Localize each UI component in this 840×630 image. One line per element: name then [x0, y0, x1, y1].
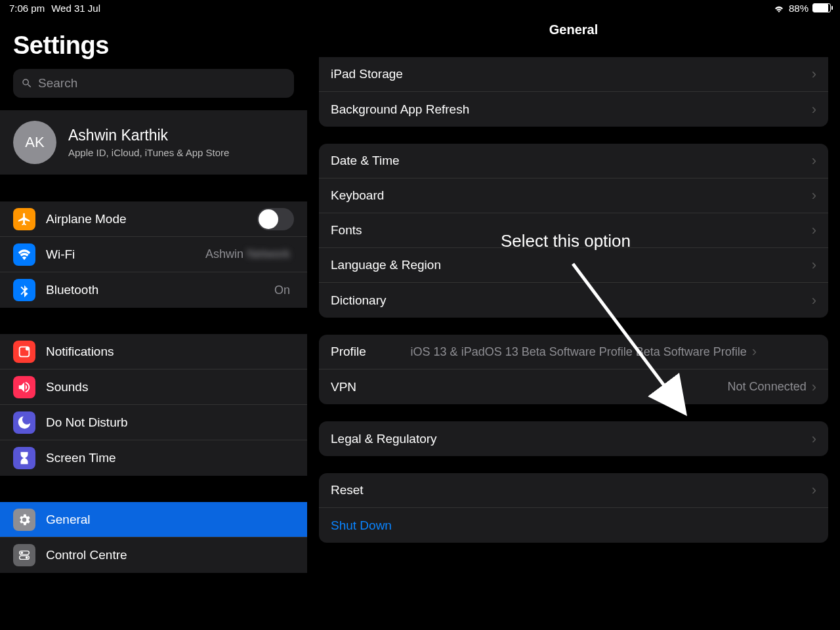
gear-icon: [13, 509, 35, 531]
toggles-icon: [13, 544, 35, 566]
chevron-right-icon: ›: [812, 66, 816, 83]
vpn-value: Not Connected: [728, 380, 807, 394]
profile-value: iOS 13 & iPadOS 13 Beta Software Profile…: [379, 345, 747, 359]
sidebar-item-label: General: [46, 513, 294, 527]
search-input[interactable]: Search: [13, 69, 294, 98]
row-legal[interactable]: Legal & Regulatory›: [319, 421, 828, 456]
sidebar-item-sounds[interactable]: Sounds: [0, 369, 307, 405]
bluetooth-icon: [13, 279, 35, 301]
chevron-right-icon: ›: [812, 257, 816, 274]
battery-icon: [812, 3, 831, 12]
row-vpn[interactable]: VPN Not Connected ›: [319, 369, 828, 404]
sidebar-item-screentime[interactable]: Screen Time: [0, 440, 307, 476]
search-placeholder: Search: [38, 76, 77, 91]
chevron-right-icon: ›: [812, 187, 816, 204]
row-date-time[interactable]: Date & Time›: [319, 144, 828, 178]
svg-point-1: [26, 346, 30, 350]
sidebar-item-notifications[interactable]: Notifications: [0, 334, 307, 369]
account-row[interactable]: AK Ashwin Karthik Apple ID, iCloud, iTun…: [0, 110, 307, 175]
sidebar-item-general[interactable]: General: [0, 502, 307, 537]
detail-title: General: [307, 14, 840, 57]
airplane-toggle[interactable]: [257, 208, 294, 230]
sidebar: Settings Search AK Ashwin Karthik Apple …: [0, 14, 307, 630]
wifi-settings-icon: [13, 243, 35, 266]
sidebar-item-bluetooth[interactable]: Bluetooth On: [0, 272, 307, 308]
chevron-right-icon: ›: [812, 222, 816, 239]
row-keyboard[interactable]: Keyboard›: [319, 178, 828, 213]
chevron-right-icon: ›: [812, 101, 816, 118]
airplane-icon: [13, 208, 35, 230]
battery-percent: 88%: [789, 3, 808, 14]
sidebar-item-label: Control Centre: [46, 548, 294, 562]
account-sub: Apple ID, iCloud, iTunes & App Store: [68, 147, 229, 158]
sidebar-item-label: Airplane Mode: [46, 212, 257, 226]
row-fonts[interactable]: Fonts›: [319, 213, 828, 248]
sounds-icon: [13, 376, 35, 398]
status-date: Wed 31 Jul: [51, 3, 100, 14]
sidebar-item-label: Wi-Fi: [46, 247, 205, 262]
row-dictionary[interactable]: Dictionary›: [319, 283, 828, 318]
sidebar-item-control-centre[interactable]: Control Centre: [0, 537, 307, 573]
sidebar-item-label: Bluetooth: [46, 283, 274, 297]
sidebar-item-wifi[interactable]: Wi-Fi Ashwin Network: [0, 237, 307, 272]
search-icon: [21, 77, 33, 89]
chevron-right-icon: ›: [812, 430, 816, 448]
row-reset[interactable]: Reset›: [319, 473, 828, 508]
sidebar-item-airplane[interactable]: Airplane Mode: [0, 201, 307, 237]
svg-point-3: [21, 552, 24, 555]
status-time: 7:06 pm: [9, 3, 45, 14]
chevron-right-icon: ›: [812, 482, 816, 499]
row-shutdown[interactable]: Shut Down: [319, 508, 828, 543]
page-title: Settings: [0, 14, 307, 69]
chevron-right-icon: ›: [812, 292, 816, 309]
svg-point-5: [26, 556, 28, 559]
chevron-right-icon: ›: [752, 343, 757, 360]
row-bg-refresh[interactable]: Background App Refresh ›: [319, 92, 828, 127]
notifications-icon: [13, 341, 35, 363]
chevron-right-icon: ›: [812, 379, 816, 396]
avatar: AK: [13, 121, 56, 164]
moon-icon: [13, 411, 35, 434]
sidebar-item-label: Notifications: [46, 345, 294, 359]
row-language-region[interactable]: Language & Region›: [319, 248, 828, 283]
wifi-value: Ashwin Network: [205, 247, 290, 261]
row-ipad-storage[interactable]: iPad Storage ›: [319, 57, 828, 92]
status-bar: 7:06 pm Wed 31 Jul 88%: [0, 0, 840, 14]
account-name: Ashwin Karthik: [68, 127, 229, 144]
detail-pane: General iPad Storage › Background App Re…: [307, 14, 840, 630]
sidebar-item-label: Screen Time: [46, 451, 294, 465]
chevron-right-icon: ›: [812, 152, 816, 169]
row-profile[interactable]: Profile iOS 13 & iPadOS 13 Beta Software…: [319, 335, 828, 369]
sidebar-item-label: Do Not Disturb: [46, 415, 294, 430]
sidebar-item-label: Sounds: [46, 380, 294, 394]
wifi-icon: [773, 3, 785, 12]
sidebar-item-dnd[interactable]: Do Not Disturb: [0, 405, 307, 440]
hourglass-icon: [13, 447, 35, 469]
bluetooth-value: On: [274, 284, 290, 297]
